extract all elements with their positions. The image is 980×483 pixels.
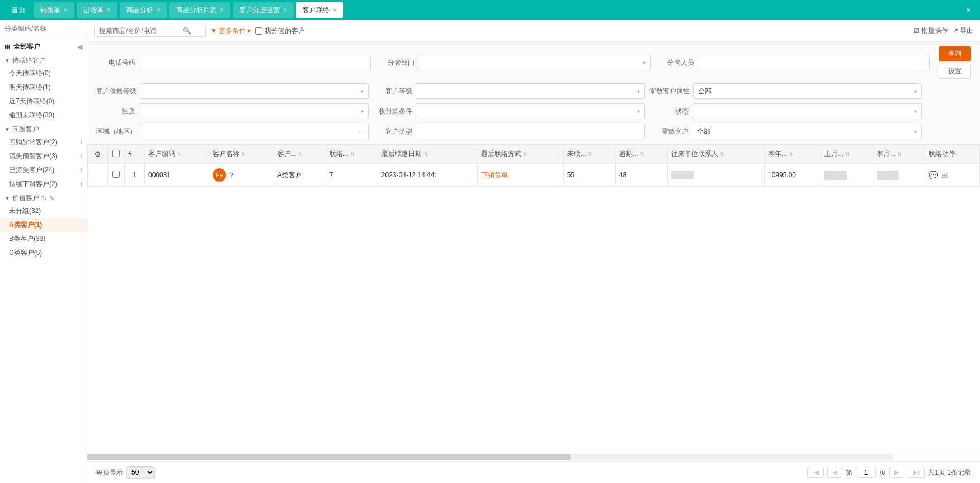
field-retail-attr-input[interactable]: 全部▾ <box>693 83 922 99</box>
field-manager-input[interactable]: ··· <box>698 55 930 70</box>
query-button[interactable]: 查询 <box>939 46 971 61</box>
value-refresh-icon[interactable]: ↻ <box>41 195 47 202</box>
th-last-month[interactable]: 上月... ⇅ <box>821 145 873 164</box>
sidebar-item-overdue[interactable]: 逾期未联络(30) <box>0 108 87 122</box>
first-page-button[interactable]: |◀ <box>807 467 824 478</box>
sidebar-item-churned[interactable]: 已流失客户(24) ℹ <box>0 163 87 177</box>
filter-bar: 🔍 ▼ 更多条件 ▾ 我分管的客户 ☑ 批量操作 ↗ 导出 <box>87 20 980 42</box>
tab-close-sales[interactable]: × <box>64 6 68 14</box>
tab-close-customer-contact[interactable]: × <box>333 6 337 14</box>
sidebar-item-churn-warning[interactable]: 流失预警客户(3) ℹ <box>0 149 87 163</box>
value-edit-icon[interactable]: ✎ <box>49 195 55 202</box>
next-page-button[interactable]: ▶ <box>889 467 904 478</box>
th-no-contact[interactable]: 未联... ⇅ <box>563 145 615 164</box>
sidebar-item-abnormal-label: 回购异常客户(2) <box>9 138 58 147</box>
sidebar-item-declining[interactable]: 持续下滑客户(2) ℹ <box>0 177 87 191</box>
nav-tab-analysis[interactable]: 商品分析 × <box>120 2 167 18</box>
bulk-ops-button[interactable]: ☑ 批量操作 <box>913 26 948 36</box>
th-type[interactable]: 客户... ⇅ <box>274 145 326 164</box>
field-retail-input[interactable]: 全部▾ <box>692 124 922 139</box>
field-dept-input[interactable]: ▾ <box>418 55 650 70</box>
section-arrow-pending: ▼ <box>4 58 10 64</box>
sidebar-item-today-label: 今天待联络(0) <box>9 69 51 78</box>
tab-close-purchase[interactable]: × <box>107 6 111 14</box>
nav-tab-sales[interactable]: 销售单 × <box>34 2 74 18</box>
tab-close-analysis[interactable]: × <box>157 6 161 14</box>
filter-search-icon[interactable]: 🔍 <box>183 27 191 35</box>
field-phone-input[interactable] <box>139 55 371 70</box>
row-checkbox[interactable] <box>112 171 120 178</box>
th-settings[interactable]: ⚙ <box>88 145 108 164</box>
field-price-level-input[interactable]: ▾ <box>140 83 369 99</box>
message-action-icon[interactable]: 💬 <box>929 171 938 179</box>
prev-page-button[interactable]: ◀ <box>827 467 842 478</box>
sidebar-item-unclassified[interactable]: 未分组(32) <box>0 204 87 218</box>
my-customers-filter[interactable]: 我分管的客户 <box>255 26 305 36</box>
th-name[interactable]: 客户名称 ⇅ <box>209 145 274 164</box>
sidebar-item-a-class[interactable]: A类客户(1) <box>0 218 87 232</box>
sidebar-item-abnormal[interactable]: 回购异常客户(2) ℹ <box>0 135 87 149</box>
tab-close-customer-segment[interactable]: × <box>283 6 287 14</box>
row-check-cell[interactable] <box>108 164 125 187</box>
th-last-date[interactable]: 最后联络日期 ⇅ <box>378 145 477 164</box>
section-arrow-value: ▼ <box>4 195 10 201</box>
th-overdue[interactable]: 逾期... ⇅ <box>615 145 667 164</box>
settings-gear-icon[interactable]: ⚙ <box>94 150 101 159</box>
th-code[interactable]: 客户编码 ⇅ <box>145 145 209 164</box>
field-price-level: 客户价格等级 ▾ <box>96 83 369 99</box>
page-number-input[interactable] <box>856 467 876 478</box>
select-all-checkbox[interactable] <box>112 150 120 157</box>
link-action-icon[interactable]: ⊞ <box>941 171 948 179</box>
advanced-filter: 电话号码 分管部门 ▾ 分管人员 ··· 查询 设置 <box>87 42 980 144</box>
field-payment-input[interactable]: ▾ <box>416 103 646 119</box>
filter-more-conditions[interactable]: ▼ 更多条件 ▾ <box>210 26 251 36</box>
bulk-ops-icon: ☑ <box>913 27 920 35</box>
field-region-input[interactable]: ··· <box>140 124 369 139</box>
nav-tab-purchase[interactable]: 进货单 × <box>77 2 117 18</box>
tab-label-analysis-list: 商品分析列表 <box>176 6 216 15</box>
field-customer-type: 客户类型 <box>373 124 646 139</box>
my-customers-checkbox[interactable] <box>255 27 262 35</box>
sidebar-collapse-icon[interactable]: ◀ <box>77 43 82 51</box>
th-code-label: 客户编码 <box>148 149 175 159</box>
row-no-contact: 55 <box>567 171 574 179</box>
th-contact[interactable]: 联络... ⇅ <box>326 145 378 164</box>
setting-button[interactable]: 设置 <box>939 64 971 79</box>
row-history-contact-cell: RE . <box>667 164 764 187</box>
row-last-method[interactable]: 下销货单 <box>481 171 508 179</box>
field-nature-input[interactable]: ▾ <box>139 103 369 119</box>
per-page-select[interactable]: 50 100 200 <box>126 466 155 479</box>
th-history-contact[interactable]: 往来单位联系人 ⇅ <box>667 145 764 164</box>
th-this-year[interactable]: 本年... ⇅ <box>764 145 821 164</box>
all-customers-header[interactable]: ⊞ 全部客户 ◀ <box>0 37 87 54</box>
close-all-button[interactable]: × <box>962 5 976 15</box>
info-icon-declining: ℹ <box>80 181 82 187</box>
th-last-method[interactable]: 最后联络方式 ⇅ <box>477 145 563 164</box>
field-manager-dots: ··· <box>920 60 925 66</box>
last-page-button[interactable]: ▶| <box>908 467 925 478</box>
sidebar-item-b-class[interactable]: B类客户(33) <box>0 232 87 246</box>
sidebar-item-today[interactable]: 今天待联络(0) <box>0 67 87 80</box>
nav-tab-analysis-list[interactable]: 商品分析列表 × <box>169 2 230 18</box>
row-this-month-cell <box>873 164 925 187</box>
field-status-input[interactable]: ▾ <box>692 103 922 119</box>
sidebar-item-tomorrow[interactable]: 明天待联络(1) <box>0 80 87 94</box>
sidebar-search-input[interactable] <box>4 25 88 32</box>
export-button[interactable]: ↗ 导出 <box>953 26 973 36</box>
nav-tab-customer-contact[interactable]: 客户联络 × <box>296 2 343 18</box>
row-action-icons: 💬 ⊞ <box>929 171 976 179</box>
filter-search-input[interactable] <box>99 27 183 35</box>
sidebar-item-c-class[interactable]: C类客户(6) <box>0 246 87 260</box>
field-customer-type-input[interactable] <box>416 124 646 139</box>
top-nav: 首页 销售单 × 进货单 × 商品分析 × 商品分析列表 × 客户分层经营 × … <box>0 0 980 20</box>
th-checkbox[interactable] <box>108 145 125 164</box>
nav-home[interactable]: 首页 <box>4 0 32 20</box>
field-dept: 分管部门 ▾ <box>375 55 650 70</box>
sidebar-item-7days[interactable]: 近7天待联络(0) <box>0 94 87 108</box>
top-nav-right: × <box>962 5 976 15</box>
nav-tab-customer-segment[interactable]: 客户分层经营 × <box>233 2 294 18</box>
tab-close-analysis-list[interactable]: × <box>220 6 224 14</box>
th-this-month[interactable]: 本月... ⇅ <box>873 145 925 164</box>
field-customer-level-input[interactable]: ▾ <box>416 83 646 99</box>
row-code-cell: 000031 <box>145 164 209 187</box>
